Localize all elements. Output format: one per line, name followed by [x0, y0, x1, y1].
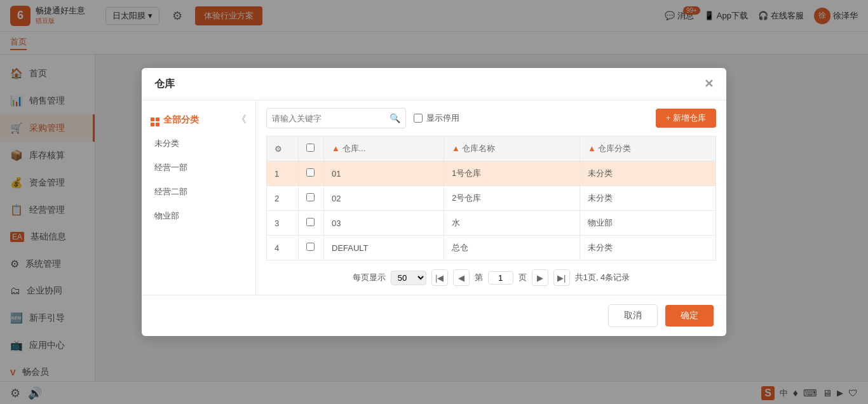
search-input[interactable] [272, 114, 390, 123]
row-name: 水 [444, 211, 580, 236]
cancel-button[interactable]: 取消 [608, 304, 658, 327]
row-category: 未分类 [580, 186, 715, 211]
row-code: DEFAULT [324, 236, 444, 260]
row-code: 02 [324, 186, 444, 211]
grid-category-icon [151, 113, 159, 126]
table-container: ⚙ ▲ 仓库... ▲ 仓库名称 [256, 136, 726, 260]
row-code: 01 [324, 161, 444, 186]
table-row[interactable]: 3 03 水 物业部 [267, 211, 716, 236]
prev-page-button[interactable]: ◀ [453, 269, 470, 286]
row-name: 1号仓库 [444, 161, 580, 186]
col-category-header: ▲ 仓库分类 [580, 137, 715, 161]
row-checkbox[interactable] [306, 168, 315, 177]
last-page-button[interactable]: ▶| [553, 269, 570, 286]
category-panel: 全部分类 《 未分类 经营一部 经营二部 物业部 [142, 100, 256, 295]
row-num: 2 [267, 186, 299, 211]
col-name-header: ▲ 仓库名称 [444, 137, 580, 161]
category-item-ops1[interactable]: 经营一部 [142, 156, 255, 180]
all-category-button[interactable]: 全部分类 [151, 113, 199, 126]
table-toolbar: 🔍 显示停用 + 新增仓库 [256, 100, 726, 136]
col-check-header [299, 137, 324, 161]
show-disabled-checkbox[interactable]: 显示停用 [414, 112, 459, 124]
dialog-title: 仓库 [154, 77, 175, 91]
table-row[interactable]: 2 02 2号仓库 未分类 [267, 186, 716, 211]
confirm-button[interactable]: 确定 [665, 305, 714, 327]
dialog-header: 仓库 ✕ [142, 68, 726, 100]
row-category: 物业部 [580, 211, 715, 236]
search-icon: 🔍 [390, 113, 400, 123]
table-panel: 🔍 显示停用 + 新增仓库 ⚙ [256, 100, 726, 295]
search-box: 🔍 [266, 108, 406, 128]
first-page-button[interactable]: |◀ [431, 269, 448, 286]
pagination: 每页显示 50 100 200 |◀ ◀ 第 页 ▶ ▶| 共1页, 4条记录 [256, 260, 726, 295]
category-header: 全部分类 《 [142, 108, 255, 131]
category-item-unclassified[interactable]: 未分类 [142, 131, 255, 156]
category-item-ops2[interactable]: 经营二部 [142, 180, 255, 204]
row-checkbox[interactable] [306, 243, 315, 251]
row-checkbox[interactable] [306, 193, 315, 201]
next-page-button[interactable]: ▶ [532, 269, 548, 286]
row-code: 03 [324, 211, 444, 236]
category-item-property[interactable]: 物业部 [142, 204, 255, 228]
total-info: 共1页, 4条记录 [575, 272, 630, 283]
dialog-body: 全部分类 《 未分类 经营一部 经营二部 物业部 [142, 100, 726, 295]
per-page-select[interactable]: 50 100 200 [391, 271, 426, 285]
warehouse-table: ⚙ ▲ 仓库... ▲ 仓库名称 [266, 136, 716, 260]
row-name: 2号仓库 [444, 186, 580, 211]
row-num: 4 [267, 236, 299, 260]
row-checkbox[interactable] [306, 218, 315, 226]
col-settings-header: ⚙ [267, 137, 299, 161]
row-num: 3 [267, 211, 299, 236]
close-button[interactable]: ✕ [704, 77, 714, 91]
row-num: 1 [267, 161, 299, 186]
collapse-icon[interactable]: 《 [236, 113, 247, 126]
row-category: 未分类 [580, 161, 715, 186]
select-all-checkbox[interactable] [306, 144, 315, 152]
warehouse-dialog: 仓库 ✕ 全部分类 《 未分类 经营一部 经营二部 [142, 68, 726, 336]
disabled-checkbox[interactable] [414, 114, 423, 123]
row-name: 总仓 [444, 236, 580, 260]
table-row[interactable]: 4 DEFAULT 总仓 未分类 [267, 236, 716, 260]
col-code-header: ▲ 仓库... [324, 137, 444, 161]
add-warehouse-button[interactable]: + 新增仓库 [656, 109, 716, 128]
table-header-row: ⚙ ▲ 仓库... ▲ 仓库名称 [267, 137, 716, 161]
dialog-footer: 取消 确定 [142, 295, 726, 336]
table-row[interactable]: 1 01 1号仓库 未分类 [267, 161, 716, 186]
row-category: 未分类 [580, 236, 715, 260]
page-input[interactable] [488, 271, 513, 285]
